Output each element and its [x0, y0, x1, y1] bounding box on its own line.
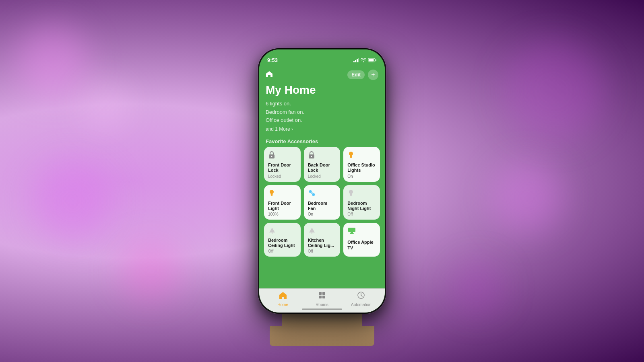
phone-stand: [270, 314, 374, 346]
phone-screen: 9:53: [259, 49, 385, 313]
svg-marker-18: [269, 228, 275, 232]
home-indicator: [302, 309, 342, 310]
tab-icon-rooms: [318, 291, 326, 302]
bokeh-1: [16, 24, 89, 97]
svg-rect-22: [348, 228, 355, 232]
svg-rect-12: [350, 157, 352, 158]
tile-icon-bedroom-fan: [308, 189, 336, 199]
tile-status-kitchen-ceiling-light: Off: [308, 249, 336, 253]
tile-name-office-studio-lights: Office Studio Lights: [347, 162, 376, 173]
tile-icon-bedroom-ceiling-light: [268, 227, 297, 236]
tab-label-automation: Automation: [351, 302, 372, 307]
tile-status-bedroom-ceiling-light: Off: [268, 249, 297, 253]
tile-name-bedroom-night-light: Bedroom Night Light: [347, 201, 376, 211]
add-button[interactable]: +: [368, 70, 378, 80]
tile-front-door-light[interactable]: Front Door Light100%: [264, 185, 301, 220]
wifi-icon: [361, 58, 366, 62]
svg-rect-11: [350, 156, 352, 157]
tab-automation[interactable]: Automation: [342, 291, 381, 307]
status-bar: 9:53: [259, 49, 385, 66]
tile-status-office-studio-lights: On: [347, 174, 376, 179]
svg-rect-17: [350, 195, 352, 196]
tile-bedroom-ceiling-light[interactable]: Bedroom Ceiling LightOff: [264, 223, 301, 257]
tile-icon-kitchen-ceiling-light: [308, 227, 336, 236]
bokeh-7: [451, 261, 503, 314]
svg-rect-3: [358, 58, 359, 62]
bokeh-6: [491, 161, 564, 233]
section-title: Favorite Accessories: [259, 137, 385, 147]
bokeh-4: [121, 241, 181, 302]
phone-wrapper: 9:53: [258, 48, 386, 314]
tile-kitchen-ceiling-light[interactable]: Kitchen Ceiling Lig...Off: [304, 223, 341, 257]
tile-name-bedroom-fan: Bedroom Fan: [308, 201, 336, 211]
svg-point-8: [271, 156, 272, 157]
tile-name-front-door-light: Front Door Light: [268, 201, 297, 211]
tile-front-door-lock[interactable]: Front Door LockLocked: [264, 147, 301, 181]
hero-line-3: Office outlet on.: [266, 116, 378, 125]
status-icons: [353, 58, 377, 62]
svg-rect-24: [350, 233, 354, 234]
home-header-icon[interactable]: [266, 71, 273, 79]
svg-rect-1: [355, 60, 356, 62]
app-content: Edit + My Home 6 lights on. Bedroom fan …: [259, 66, 385, 290]
hero-section: My Home 6 lights on. Bedroom fan on. Off…: [259, 82, 385, 137]
edit-button[interactable]: Edit: [347, 70, 365, 79]
svg-rect-13: [271, 195, 273, 195]
svg-rect-6: [369, 59, 374, 61]
tile-office-apple-tv[interactable]: Office Apple TV: [343, 223, 380, 257]
svg-rect-26: [322, 292, 325, 295]
tile-status-front-door-light: 100%: [268, 212, 297, 216]
tab-label-home: Home: [277, 302, 288, 307]
svg-rect-5: [376, 59, 376, 61]
tile-status-bedroom-fan: On: [308, 212, 336, 216]
svg-rect-14: [271, 195, 272, 196]
svg-point-15: [311, 192, 313, 194]
home-title: My Home: [266, 84, 378, 97]
tab-label-rooms: Rooms: [316, 302, 328, 307]
house-icon: [266, 71, 273, 77]
stand-base: [270, 326, 374, 346]
svg-rect-28: [322, 296, 325, 298]
svg-rect-2: [357, 59, 358, 62]
header-actions: Edit +: [347, 70, 378, 80]
tab-rooms[interactable]: Rooms: [302, 291, 341, 307]
tile-name-back-door-lock: Back Door Lock: [308, 162, 336, 173]
app-header: Edit +: [259, 66, 385, 82]
tile-back-door-lock[interactable]: Back Door LockLocked: [304, 147, 341, 181]
battery-icon: [368, 58, 377, 62]
tile-icon-bedroom-night-light: [347, 189, 376, 199]
accessories-grid: Front Door LockLockedBack Door LockLocke…: [259, 147, 385, 257]
tile-office-studio-lights[interactable]: Office Studio LightsOn: [343, 147, 380, 181]
tile-bedroom-fan[interactable]: Bedroom FanOn: [304, 185, 341, 220]
svg-point-10: [311, 156, 312, 157]
tile-icon-office-studio-lights: [347, 151, 376, 161]
tile-status-bedroom-night-light: Off: [347, 212, 376, 216]
phone-frame: 9:53: [258, 48, 386, 314]
hero-line-2: Bedroom fan on.: [266, 108, 378, 117]
signal-icon: [353, 58, 359, 62]
tile-name-kitchen-ceiling-light: Kitchen Ceiling Lig...: [308, 238, 336, 248]
more-link[interactable]: and 1 More: [266, 126, 378, 132]
svg-rect-19: [272, 232, 272, 234]
tile-status-front-door-lock: Locked: [268, 174, 297, 179]
svg-rect-21: [312, 232, 312, 234]
tab-icon-home: [279, 291, 287, 302]
tile-icon-office-apple-tv: [347, 227, 376, 236]
tile-bedroom-night-light[interactable]: Bedroom Night LightOff: [343, 185, 380, 220]
svg-rect-16: [350, 195, 352, 195]
tab-icon-automation: [357, 291, 365, 302]
svg-rect-25: [319, 292, 322, 295]
tile-status-back-door-lock: Locked: [308, 174, 336, 179]
tile-name-bedroom-ceiling-light: Bedroom Ceiling Light: [268, 238, 297, 248]
status-time: 9:53: [267, 57, 278, 63]
hero-summary: 6 lights on. Bedroom fan on. Office outl…: [266, 100, 378, 125]
tab-home[interactable]: Home: [263, 291, 302, 307]
svg-rect-27: [319, 296, 322, 298]
svg-rect-0: [353, 61, 355, 62]
bokeh-5: [503, 40, 604, 141]
tile-icon-back-door-lock: [308, 151, 336, 161]
svg-rect-23: [351, 232, 353, 233]
tile-icon-front-door-lock: [268, 151, 297, 161]
bokeh-2: [80, 80, 129, 129]
stand-top: [282, 314, 362, 326]
